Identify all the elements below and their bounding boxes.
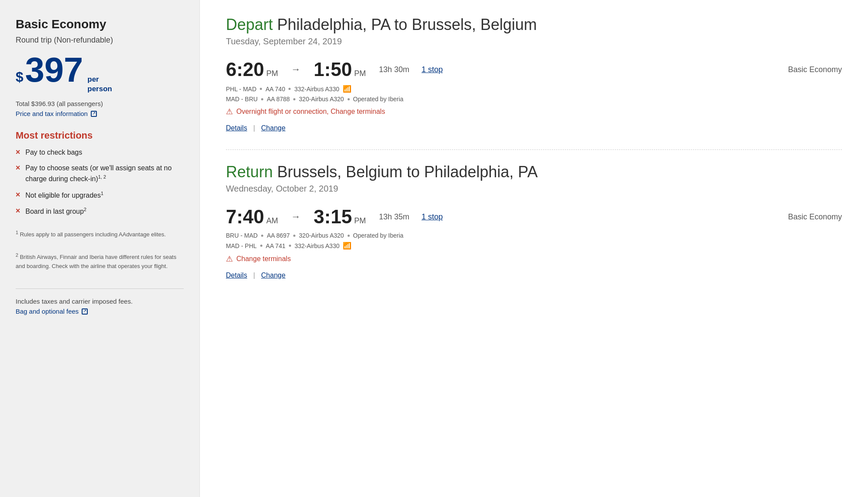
- x-icon-upgrades: ×: [16, 190, 20, 199]
- total-price: Total $396.93 (all passengers): [16, 100, 184, 107]
- restriction-upgrades-text: Not eligible for upgrades1: [26, 190, 104, 201]
- depart-warning-text: Overnight flight or connection, Change t…: [236, 108, 385, 116]
- return-departure-time: 7:40 AM: [226, 206, 278, 228]
- depart-leg2-route: MAD - BRU: [226, 96, 258, 103]
- action-separator-1: |: [253, 124, 255, 132]
- return-leg2-aircraft: 332-Airbus A330: [295, 242, 340, 249]
- fare-type-title: Basic Economy: [16, 17, 184, 31]
- depart-leg2-operated: Operated by Iberia: [353, 96, 404, 103]
- restriction-bags-text: Pay to check bags: [26, 147, 83, 158]
- depart-stops-link[interactable]: 1 stop: [421, 65, 443, 74]
- return-date: Wednesday, October 2, 2019: [226, 184, 842, 194]
- sidebar: Basic Economy Round trip (Non-refundable…: [0, 0, 200, 497]
- x-icon-seats: ×: [16, 163, 20, 172]
- trip-type: Round trip (Non-refundable): [16, 36, 184, 45]
- return-class-label: Basic Economy: [788, 212, 842, 222]
- return-leg2-route: MAD - PHL: [226, 242, 257, 249]
- includes-text: Includes taxes and carrier imposed fees.: [16, 298, 184, 305]
- return-details-button[interactable]: Details: [226, 272, 247, 279]
- return-change-button[interactable]: Change: [261, 272, 285, 279]
- bag-fees-external-icon: [82, 308, 88, 315]
- dot-7: [293, 235, 295, 237]
- depart-class-label: Basic Economy: [788, 65, 842, 74]
- return-section: Return Brussels, Belgium to Philadelphia…: [226, 163, 842, 279]
- x-icon-bags: ×: [16, 148, 20, 157]
- restrictions-title: Most restrictions: [16, 130, 184, 141]
- return-label: Return: [226, 163, 273, 181]
- return-arrive-ampm: PM: [354, 216, 366, 225]
- restriction-boarding-text: Board in last group2: [26, 206, 86, 217]
- depart-leg1-aircraft: 332-Airbus A330: [294, 86, 339, 93]
- depart-hour: 6:20: [226, 59, 264, 80]
- dot-3: [261, 98, 263, 100]
- depart-date: Tuesday, September 24, 2019: [226, 36, 842, 46]
- return-header: Return Brussels, Belgium to Philadelphia…: [226, 163, 842, 181]
- footnote-1: 1 Rules apply to all passengers includin…: [16, 229, 184, 239]
- restriction-boarding: × Board in last group2: [16, 206, 184, 217]
- depart-header: Depart Philadelphia, PA to Brussels, Bel…: [226, 16, 842, 34]
- dot-10: [289, 245, 291, 247]
- price-tax-link[interactable]: Price and tax information: [16, 110, 97, 117]
- depart-leg2-info: MAD - BRU AA 8788 320-Airbus A320 Operat…: [226, 96, 842, 103]
- action-separator-2: |: [253, 272, 255, 279]
- depart-ampm: PM: [266, 69, 278, 78]
- restriction-seats: × Pay to choose seats (or we'll assign s…: [16, 163, 184, 184]
- return-arrow-icon: →: [291, 211, 301, 222]
- depart-label: Depart: [226, 16, 273, 33]
- depart-details-button[interactable]: Details: [226, 124, 247, 132]
- depart-route: Philadelphia, PA to Brussels, Belgium: [277, 16, 537, 33]
- depart-arrival-time: 1:50 PM: [314, 59, 366, 80]
- depart-change-button[interactable]: Change: [261, 124, 285, 132]
- return-leg2-wifi-icon: 📶: [343, 242, 351, 250]
- depart-leg1-route: PHL - MAD: [226, 86, 256, 93]
- dollar-sign: $: [16, 69, 23, 85]
- footnote-2: 2 British Airways, Finnair and Iberia ha…: [16, 252, 184, 271]
- sidebar-footer: Includes taxes and carrier imposed fees.…: [16, 288, 184, 315]
- price-amount: 397: [25, 53, 83, 87]
- depart-section: Depart Philadelphia, PA to Brussels, Bel…: [226, 16, 842, 132]
- x-icon-boarding: ×: [16, 206, 20, 215]
- return-leg2-info: MAD - PHL AA 741 332-Airbus A330 📶: [226, 242, 842, 250]
- depart-arrow-icon: →: [291, 64, 301, 75]
- dot-2: [288, 88, 291, 90]
- depart-warning-icon: ⚠: [226, 107, 233, 116]
- per-person-label: per person: [87, 75, 112, 94]
- depart-actions: Details | Change: [226, 124, 842, 132]
- return-hour: 7:40: [226, 206, 264, 228]
- restriction-bags: × Pay to check bags: [16, 147, 184, 158]
- depart-departure-time: 6:20 PM: [226, 59, 278, 80]
- depart-leg1-flight: AA 740: [265, 86, 285, 93]
- depart-arrive-hour: 1:50: [314, 59, 352, 80]
- price-display: $ 397 per person: [16, 53, 184, 94]
- return-leg1-aircraft: 320-Airbus A320: [299, 232, 344, 239]
- dot-5: [348, 98, 350, 100]
- return-leg1-route: BRU - MAD: [226, 232, 258, 239]
- dot-1: [260, 88, 262, 90]
- return-arrival-time: 3:15 PM: [314, 206, 366, 228]
- return-leg1-operated: Operated by Iberia: [353, 232, 404, 239]
- bag-fees-link[interactable]: Bag and optional fees: [16, 308, 88, 315]
- main-content: Depart Philadelphia, PA to Brussels, Bel…: [200, 0, 868, 497]
- depart-leg2-flight: AA 8788: [267, 96, 290, 103]
- dot-6: [261, 235, 263, 237]
- restriction-upgrades: × Not eligible for upgrades1: [16, 190, 184, 201]
- return-leg2-flight: AA 741: [266, 242, 285, 249]
- section-divider: [226, 149, 842, 150]
- return-ampm: AM: [266, 216, 278, 225]
- depart-duration: 13h 30m: [379, 65, 409, 74]
- return-warning-row: ⚠ Change terminals: [226, 254, 842, 264]
- return-leg1-info: BRU - MAD AA 8697 320-Airbus A320 Operat…: [226, 232, 842, 239]
- external-link-icon: [91, 111, 97, 117]
- restriction-seats-text: Pay to choose seats (or we'll assign sea…: [26, 163, 184, 184]
- return-route: Brussels, Belgium to Philadelphia, PA: [277, 163, 538, 181]
- dot-8: [348, 235, 350, 237]
- depart-leg2-aircraft: 320-Airbus A320: [299, 96, 344, 103]
- return-stops-link[interactable]: 1 stop: [421, 212, 443, 222]
- dot-9: [260, 245, 262, 247]
- return-warning-icon: ⚠: [226, 254, 233, 264]
- return-leg1-flight: AA 8697: [267, 232, 290, 239]
- dot-4: [293, 98, 295, 100]
- return-arrive-hour: 3:15: [314, 206, 352, 228]
- depart-arrive-ampm: PM: [354, 69, 366, 78]
- return-duration: 13h 35m: [379, 212, 409, 222]
